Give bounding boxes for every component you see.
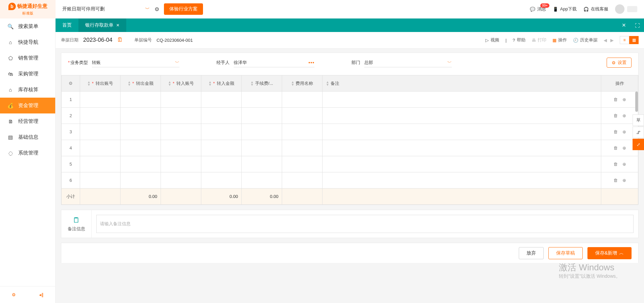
save-and-new-button[interactable]: 保存&新增︿ <box>587 247 632 259</box>
delete-row-icon[interactable]: 🗑 <box>613 129 618 134</box>
tab-bank-transfer[interactable]: 银行存取款单 ✕ <box>78 19 126 32</box>
tab-home[interactable]: 首页 <box>56 19 78 32</box>
col-remark[interactable]: 备注 <box>331 80 339 87</box>
industry-cta-button[interactable]: 体验行业方案 <box>164 3 203 15</box>
gear-icon: ⚙ <box>612 60 616 65</box>
close-icon[interactable]: ✕ <box>116 23 120 28</box>
add-row-icon[interactable]: ⊕ <box>622 129 626 134</box>
sort-icon[interactable]: ▲▼ <box>208 81 212 86</box>
delete-row-icon[interactable]: 🗑 <box>613 113 618 118</box>
col-in-acc[interactable]: 转入账号 <box>176 80 194 87</box>
history-link[interactable]: 🕘历史单据 <box>573 37 598 43</box>
chevron-up-icon: ︿ <box>619 250 624 256</box>
next-doc-icon[interactable]: ▶ <box>610 38 614 43</box>
collapse-icon[interactable]: ◂‖ <box>39 292 44 297</box>
settings-gear-icon[interactable]: ⚙ <box>12 292 16 297</box>
user-menu[interactable] <box>615 4 637 14</box>
col-out-acc[interactable]: 转出账号 <box>96 80 113 87</box>
add-row-icon[interactable]: ⊕ <box>622 162 626 167</box>
remark-title: 备注信息 <box>68 226 85 232</box>
sidebar-item-inventory[interactable]: ⌂库存核算 <box>0 82 55 98</box>
add-row-icon[interactable]: ⊕ <box>622 97 626 102</box>
grid-icon: ▦ <box>552 38 556 43</box>
col-fee-name[interactable]: 费用名称 <box>296 80 313 87</box>
add-row-icon[interactable]: ⊕ <box>622 113 626 118</box>
handler-field[interactable]: 经手人 徐泽华••• <box>216 58 314 67</box>
sidebar-item-quicknav[interactable]: ⌂快捷导航 <box>0 34 55 50</box>
brand-block: b 畅捷通好生意 标准版 <box>0 0 56 19</box>
account-period-label: 开账日期可停用可删 <box>62 6 105 12</box>
table-row[interactable]: 5🗑⊕ <box>62 156 638 172</box>
document-header: 单据日期 2023-06-04 🗓 单据编号 CQ-20230604-001 ▷… <box>56 32 644 48</box>
sidebar-item-funds[interactable]: 💰资金管理 <box>0 98 55 113</box>
discard-button[interactable]: 放弃 <box>519 247 544 259</box>
doc-date-value[interactable]: 2023-06-04 <box>83 37 112 43</box>
view-list-icon[interactable]: ≡ <box>620 36 629 44</box>
sidebar-footer: ⚙ ◂‖ <box>0 286 55 303</box>
prev-doc-icon[interactable]: ◀ <box>604 38 607 43</box>
form-row: *业务类型 转账﹀ 经手人 徐泽华••• 部门 总部﹀ ⚙设置 <box>61 53 638 72</box>
tabs-bar: 首页 银行存取款单 ✕ ✕ ⛶ <box>56 19 644 32</box>
sort-icon[interactable]: ▲▼ <box>250 81 254 86</box>
table-config-icon[interactable]: ⚙ <box>62 75 80 92</box>
add-row-icon[interactable]: ⊕ <box>622 178 626 183</box>
delete-row-icon[interactable]: 🗑 <box>613 145 618 150</box>
sidebar-item-label: 采购管理 <box>18 71 38 77</box>
tabs-fullscreen-icon[interactable]: ⛶ <box>631 19 644 32</box>
rail-clip-icon[interactable]: 草 <box>633 114 644 126</box>
calendar-icon[interactable]: 🗓 <box>117 37 123 43</box>
rail-attach-icon[interactable]: 🖇 <box>633 127 644 138</box>
chevron-down-icon: ﹀ <box>145 6 150 12</box>
support-link[interactable]: 🎧 在线客服 <box>583 6 608 12</box>
chat-icon: 💬 <box>530 7 535 12</box>
table-row[interactable]: 4🗑⊕ <box>62 140 638 156</box>
scrollbar[interactable] <box>635 92 638 112</box>
delete-row-icon[interactable]: 🗑 <box>613 162 618 167</box>
sort-icon[interactable]: ▲▼ <box>291 81 295 86</box>
biz-type-field[interactable]: *业务类型 转账﹀ <box>68 58 179 67</box>
sidebar-item-search[interactable]: 🔍搜索菜单 <box>0 19 55 34</box>
more-icon[interactable]: ••• <box>308 60 314 65</box>
save-draft-button[interactable]: 保存草稿 <box>548 247 583 259</box>
sidebar-item-system[interactable]: ◌系统管理 <box>0 145 55 161</box>
table-row[interactable]: 3🗑⊕ <box>62 124 638 140</box>
add-row-icon[interactable]: ⊕ <box>622 145 626 150</box>
form-setting-button[interactable]: ⚙设置 <box>607 58 632 68</box>
subtotal-out-amt: 0.00 <box>121 189 161 205</box>
remark-input[interactable]: 请输入备注信息 <box>96 215 634 233</box>
note-icon: 🗒 <box>73 216 80 225</box>
tag-icon: ⬠ <box>7 55 14 61</box>
user-name-placeholder <box>627 6 637 12</box>
table-row[interactable]: 2🗑⊕ <box>62 108 638 124</box>
handler-value: 徐泽华 <box>234 60 247 66</box>
history-icon: 🕘 <box>573 38 578 43</box>
sort-icon[interactable]: ▲▼ <box>128 81 131 86</box>
tabs-close-all-icon[interactable]: ✕ <box>617 19 631 32</box>
messages-link[interactable]: 💬 消息 99+ <box>530 6 546 12</box>
table-row[interactable]: 1🗑⊕ <box>62 92 638 108</box>
col-out-amt[interactable]: 转出金额 <box>136 80 154 87</box>
table-row[interactable]: 6🗑⊕ <box>62 172 638 189</box>
rail-expand-icon[interactable]: ⤢ <box>633 139 644 150</box>
col-fee[interactable]: 手续费/... <box>255 80 273 87</box>
headset-icon: 🎧 <box>583 7 589 12</box>
print-link[interactable]: 🖶打印 <box>532 37 546 43</box>
sort-icon[interactable]: ▲▼ <box>168 81 171 86</box>
account-period-dropdown[interactable]: 开账日期可停用可删 ﹀ <box>62 6 150 12</box>
header-settings-icon[interactable]: ⚙ <box>155 6 159 12</box>
help-link[interactable]: ?帮助 <box>513 37 526 43</box>
app-download-link[interactable]: 📱 App下载 <box>553 6 577 12</box>
sidebar-item-operations[interactable]: 🗎经营管理 <box>0 113 55 129</box>
operations-link[interactable]: ▦操作 <box>552 37 567 43</box>
sidebar-item-purchase[interactable]: 🛍采购管理 <box>0 66 55 82</box>
sidebar-item-basicinfo[interactable]: ▤基础信息 <box>0 129 55 145</box>
sort-icon[interactable]: ▲▼ <box>326 81 329 86</box>
sort-icon[interactable]: ▲▼ <box>87 81 91 86</box>
sidebar-item-sales[interactable]: ⬠销售管理 <box>0 50 55 66</box>
delete-row-icon[interactable]: 🗑 <box>613 97 618 102</box>
delete-row-icon[interactable]: 🗑 <box>613 178 618 183</box>
view-grid-icon[interactable]: ▦ <box>629 36 639 44</box>
col-in-amt[interactable]: 转入金额 <box>217 80 234 87</box>
dept-field[interactable]: 部门 总部﹀ <box>351 58 452 67</box>
video-link[interactable]: ▷视频 <box>485 37 499 43</box>
